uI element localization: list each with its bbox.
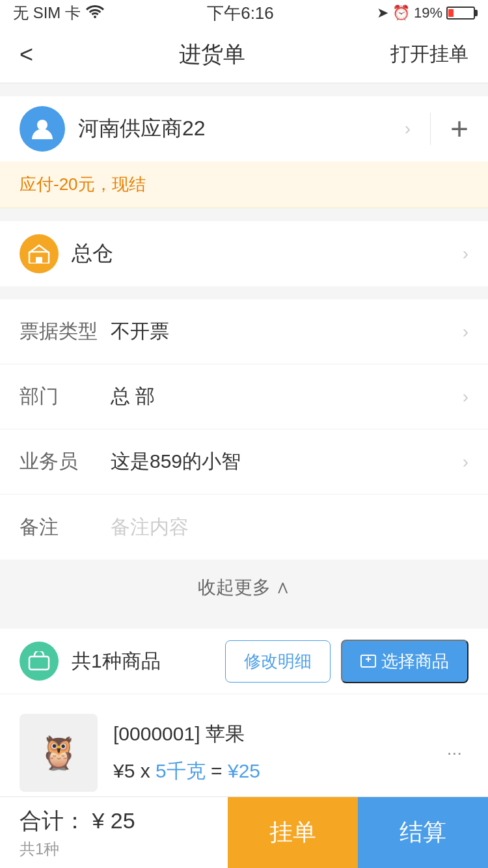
svg-rect-2 bbox=[36, 257, 42, 264]
product-qty: 5千克 bbox=[156, 760, 206, 781]
svg-rect-3 bbox=[29, 657, 49, 670]
product-header: 共1种商品 修改明细 选择商品 bbox=[0, 629, 488, 694]
page-title: 进货单 bbox=[179, 40, 245, 70]
supplier-name: 河南供应商22 bbox=[78, 115, 405, 143]
remark-row[interactable]: 备注 备注内容 bbox=[0, 495, 488, 560]
location-icon: ➤ bbox=[377, 5, 388, 21]
hang-button[interactable]: 挂单 bbox=[228, 797, 358, 869]
dept-chevron-icon: › bbox=[463, 387, 468, 407]
warehouse-name: 总仓 bbox=[72, 239, 463, 268]
product-title: 苹果 bbox=[206, 723, 245, 744]
battery-icon bbox=[446, 7, 475, 20]
price-separator: x bbox=[141, 760, 156, 781]
total-value: ¥ 25 bbox=[92, 808, 135, 833]
sales-row[interactable]: 业务员 这是859的小智 › bbox=[0, 429, 488, 495]
dept-label: 部门 bbox=[20, 383, 104, 410]
equals-sign: = bbox=[211, 760, 228, 781]
product-code: [0000001] bbox=[113, 723, 200, 744]
open-hang-button[interactable]: 打开挂单 bbox=[390, 41, 468, 68]
supplier-chevron-icon: › bbox=[405, 118, 411, 139]
invoice-chevron-icon: › bbox=[463, 321, 468, 342]
remark-input[interactable]: 备注内容 bbox=[104, 514, 468, 541]
product-more-button[interactable]: ··· bbox=[441, 736, 468, 770]
invoice-value: 不开票 bbox=[104, 318, 463, 345]
dept-row[interactable]: 部门 总 部 › bbox=[0, 364, 488, 429]
product-count: 共1种商品 bbox=[72, 648, 225, 675]
alarm-icon: ⏰ bbox=[392, 5, 410, 21]
product-item: 🦉 [0000001] 苹果 ¥5 x 5千克 = ¥25 ··· bbox=[0, 694, 488, 811]
warehouse-row[interactable]: 总仓 › bbox=[0, 221, 488, 286]
supplier-section: 河南供应商22 › + 应付-20元，现结 bbox=[0, 96, 488, 208]
supplier-avatar bbox=[20, 106, 65, 152]
product-icon bbox=[20, 642, 59, 681]
section-gap-1 bbox=[0, 83, 488, 96]
status-right: ➤ ⏰ 19% bbox=[377, 5, 475, 21]
back-button[interactable]: < bbox=[20, 41, 33, 68]
supplier-row[interactable]: 河南供应商22 › + bbox=[0, 96, 488, 161]
total-label: 合计： bbox=[20, 808, 86, 833]
product-thumbnail: 🦉 bbox=[20, 714, 98, 792]
warehouse-chevron-icon: › bbox=[463, 243, 468, 264]
dept-value: 总 部 bbox=[104, 383, 463, 410]
status-left: 无 SIM 卡 bbox=[13, 3, 104, 23]
carrier-text: 无 SIM 卡 bbox=[13, 3, 81, 23]
total-amount: 合计： ¥ 25 bbox=[20, 806, 208, 836]
product-price-row: ¥5 x 5千克 = ¥25 bbox=[113, 758, 441, 785]
remark-label: 备注 bbox=[20, 514, 104, 541]
status-bar: 无 SIM 卡 下午6:16 ➤ ⏰ 19% bbox=[0, 0, 488, 26]
edit-detail-button[interactable]: 修改明细 bbox=[225, 640, 331, 683]
product-name: [0000001] 苹果 bbox=[113, 721, 441, 748]
settle-button[interactable]: 结算 bbox=[358, 797, 488, 869]
nav-bar: < 进货单 打开挂单 bbox=[0, 26, 488, 83]
battery-percent: 19% bbox=[414, 5, 442, 21]
sales-label: 业务员 bbox=[20, 448, 104, 475]
invoice-label: 票据类型 bbox=[20, 318, 104, 345]
total-count: 共1种 bbox=[20, 839, 208, 860]
supplier-divider bbox=[430, 113, 431, 145]
product-total: ¥25 bbox=[228, 760, 260, 781]
form-section: 票据类型 不开票 › 部门 总 部 › 业务员 这是859的小智 › 备注 备注… bbox=[0, 299, 488, 560]
total-section: 合计： ¥ 25 共1种 bbox=[0, 806, 228, 860]
bottom-bar: 合计： ¥ 25 共1种 挂单 结算 bbox=[0, 796, 488, 868]
invoice-row[interactable]: 票据类型 不开票 › bbox=[0, 299, 488, 364]
sales-value: 这是859的小智 bbox=[104, 448, 463, 475]
select-product-label: 选择商品 bbox=[381, 650, 449, 673]
status-time: 下午6:16 bbox=[207, 2, 274, 25]
supplier-notice: 应付-20元，现结 bbox=[0, 161, 488, 208]
collapse-button[interactable]: 收起更多 ∧ bbox=[0, 560, 488, 616]
owl-logo-icon: 🦉 bbox=[38, 734, 79, 772]
warehouse-icon bbox=[20, 234, 59, 273]
product-info: [0000001] 苹果 ¥5 x 5千克 = ¥25 bbox=[113, 721, 441, 785]
price-base: ¥5 bbox=[113, 760, 135, 781]
select-product-button[interactable]: 选择商品 bbox=[341, 640, 468, 683]
sales-chevron-icon: › bbox=[463, 452, 468, 472]
svg-point-0 bbox=[37, 120, 47, 130]
add-supplier-button[interactable]: + bbox=[450, 113, 468, 144]
wifi-icon bbox=[86, 4, 104, 22]
